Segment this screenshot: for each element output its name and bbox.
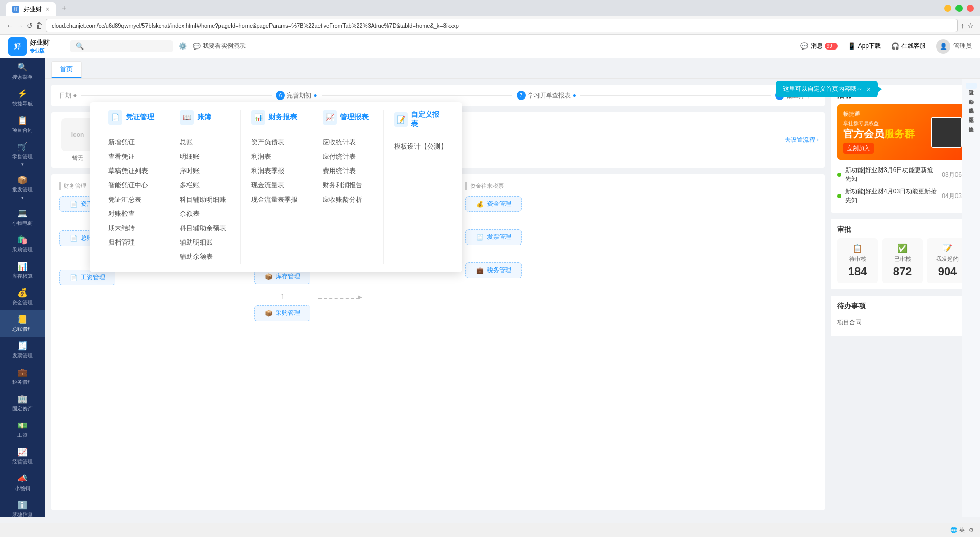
menu-draft-voucher[interactable]: 草稿凭证列表 xyxy=(108,164,159,178)
flow-tax-mgmt[interactable]: 💼 税务管理 xyxy=(465,262,522,278)
menu-period-close[interactable]: 期末结转 xyxy=(108,221,159,235)
app-name: 好业财 xyxy=(30,38,50,47)
custom-report-icon: 📝 xyxy=(394,112,408,127)
sidebar-item-basic-info[interactable]: ℹ️ 基础信息 xyxy=(0,496,45,517)
menu-section-custom-report: 📝 自定义报表 模板设计【公测】 xyxy=(384,110,455,264)
message-button[interactable]: 💬 消息 99+ xyxy=(800,42,838,51)
activity-item-2[interactable]: 新功能|好业财4月03日功能更新抢先知 04月03日 xyxy=(837,185,968,207)
sidebar-item-retail[interactable]: 🛒 零售管理 ▾ xyxy=(0,138,45,171)
approval-done[interactable]: ✅ 已审核 872 xyxy=(882,238,923,283)
sidebar-item-invoice[interactable]: 🧾 发票管理 xyxy=(0,337,45,363)
mine-icon: 📝 xyxy=(942,243,952,253)
address-bar[interactable]: cloud.chanjet.com/cc/u6d89qwnryel/57bfsk… xyxy=(46,19,958,32)
menu-cashflow[interactable]: 现金流量表 xyxy=(251,178,302,192)
menu-receivable-aging[interactable]: 应收账龄分析 xyxy=(323,192,373,207)
flow-capital-mgmt[interactable]: 💰 资金管理 xyxy=(465,196,522,212)
window-minimize-button[interactable] xyxy=(944,5,951,12)
todo-card: 待办事项 项目合同 xyxy=(831,296,974,336)
tab-close-icon[interactable]: × xyxy=(46,6,50,13)
menu-new-voucher[interactable]: 新增凭证 xyxy=(108,135,159,150)
flow-purchase[interactable]: 📦 采购管理 xyxy=(254,305,310,321)
menu-financial-profit[interactable]: 财务利润报告 xyxy=(323,178,373,192)
sidebar-item-purchase[interactable]: 🛍️ 采购管理 xyxy=(0,231,45,257)
sidebar-item-tax[interactable]: 💼 税务管理 xyxy=(0,363,45,390)
demo-link[interactable]: 💬 我要看实例演示 xyxy=(193,42,246,51)
approval-pending[interactable]: 📋 待审核 184 xyxy=(837,238,878,283)
sidebar-item-ecommerce[interactable]: 💻 小畅电商 xyxy=(0,204,45,231)
flow-invoice-mgmt[interactable]: 🧾 发票管理 xyxy=(465,229,522,245)
menu-sequence-ledger[interactable]: 序时账 xyxy=(180,164,230,178)
message-icon: 💬 xyxy=(800,42,808,50)
sidebar-item-operations[interactable]: 📈 经营管理 xyxy=(0,443,45,470)
menu-payable-stat[interactable]: 应付统计表 xyxy=(323,150,373,164)
total-account-icon: 📄 xyxy=(70,235,78,242)
menu-reconcile[interactable]: 对账检查 xyxy=(108,207,159,221)
sidebar-item-project-contract[interactable]: 📋 项目合同 xyxy=(0,111,45,138)
menu-view-voucher[interactable]: 查看凭证 xyxy=(108,150,159,164)
retail-icon: 🛒 xyxy=(17,142,28,152)
sidebar-item-search[interactable]: 🔍 搜索菜单 xyxy=(0,58,45,85)
sidebar-item-wholesale[interactable]: 📦 批发管理 ▾ xyxy=(0,171,45,204)
menu-balance-sheet[interactable]: 资产负债表 xyxy=(251,135,302,150)
menu-receivable-stat[interactable]: 应收统计表 xyxy=(323,135,373,150)
sidebar-item-inventory[interactable]: 📊 库存核算 xyxy=(0,257,45,284)
service-community-button[interactable]: 服务社区 xyxy=(966,110,977,116)
online-service-button[interactable]: 🎧 在线客服 xyxy=(891,42,926,51)
bookmark-button[interactable]: ↑ xyxy=(961,21,964,30)
customer-service-button[interactable]: 客服热线 xyxy=(966,101,977,107)
sidebar-item-salary[interactable]: 💵 工资 xyxy=(0,417,45,443)
menu-detail-ledger[interactable]: 明细账 xyxy=(180,150,230,164)
tooltip-close-button[interactable]: × xyxy=(867,85,871,93)
menu-smart-voucher[interactable]: 智能凭证中心 xyxy=(108,178,159,192)
menu-multi-column[interactable]: 多栏账 xyxy=(180,178,230,192)
forward-button[interactable]: → xyxy=(16,21,23,30)
user-avatar[interactable]: 👤 管理员 xyxy=(936,39,972,54)
menu-income-quarterly[interactable]: 利润表季报 xyxy=(251,164,302,178)
basic-info-icon: ℹ️ xyxy=(17,500,28,510)
star-button[interactable]: ☆ xyxy=(967,21,974,30)
menu-cashflow-quarterly[interactable]: 现金流量表季报 xyxy=(251,192,302,207)
back-button[interactable]: ← xyxy=(6,21,13,30)
todo-item-1[interactable]: 项目合同 xyxy=(837,315,968,330)
homepage-settings-button[interactable]: 首页设置 xyxy=(966,83,977,89)
menu-expense-stat[interactable]: 费用统计表 xyxy=(323,164,373,178)
menu-general-ledger[interactable]: 总账 xyxy=(180,135,230,150)
tab-home[interactable]: 首页 xyxy=(51,61,82,78)
capital-mgmt-icon: 💰 xyxy=(476,201,484,208)
app-logo: 好 好业财 专业版 xyxy=(8,37,50,56)
refresh-button[interactable]: ↺ xyxy=(27,21,33,30)
menu-balance-sheet-item[interactable]: 余额表 xyxy=(180,207,230,221)
sidebar-item-sales[interactable]: 📣 小畅销 xyxy=(0,470,45,496)
menu-subject-detail[interactable]: 科目辅助明细账 xyxy=(180,192,230,207)
header-search-box[interactable]: 🔍 xyxy=(70,40,173,52)
menu-subject-balance[interactable]: 科目辅助余额表 xyxy=(180,221,230,235)
right-panel: 活动 畅捷通 享社群专属权益 官方会员服务群 立刻加入 xyxy=(831,85,974,510)
menu-aux-detail[interactable]: 辅助明细账 xyxy=(180,235,230,250)
menu-income-stmt[interactable]: 利润表 xyxy=(251,150,302,164)
browser-tab[interactable]: 好 好业财 × xyxy=(6,2,56,16)
sidebar-item-fixed-assets[interactable]: 🏢 固定资产 xyxy=(0,390,45,417)
sidebar-item-quick-nav[interactable]: ⚡ 快捷导航 xyxy=(0,85,45,111)
menu-archive[interactable]: 归档管理 xyxy=(108,235,159,250)
inventory-icon: 📊 xyxy=(17,261,28,271)
sidebar-item-capital[interactable]: 💰 资金管理 xyxy=(0,284,45,310)
join-banner-button[interactable]: 立刻加入 xyxy=(843,143,874,154)
setup-flow-link[interactable]: 去设置流程 › xyxy=(785,136,819,144)
delete-button[interactable]: 🗑 xyxy=(36,21,43,30)
quick-nav-icon: ⚡ xyxy=(17,89,28,99)
general-ledger-icon: 📒 xyxy=(17,314,28,324)
settings-icon[interactable]: ⚙️ xyxy=(179,42,187,51)
help-center-button[interactable]: 帮助中心 xyxy=(966,92,977,98)
menu-aux-balance[interactable]: 辅助余额表 xyxy=(180,250,230,264)
ledger-section-icon: 📖 xyxy=(180,110,194,125)
menu-template-design[interactable]: 模板设计【公测】 xyxy=(394,139,445,154)
desktop-shortcut-button[interactable]: 桌面快捷 xyxy=(966,119,977,126)
activity-item-1[interactable]: 新功能|好业财3月6日功能更新抢先知 03月06日 xyxy=(837,164,968,185)
menu-voucher-summary[interactable]: 凭证汇总表 xyxy=(108,192,159,207)
activity-banner[interactable]: 畅捷通 享社群专属权益 官方会员服务群 立刻加入 xyxy=(837,104,968,160)
window-close-button[interactable] xyxy=(967,5,974,12)
window-maximize-button[interactable] xyxy=(955,5,963,12)
app-download-button[interactable]: 📱 App下载 xyxy=(848,42,881,51)
new-tab-button[interactable]: + xyxy=(59,4,69,13)
sidebar-item-general-ledger[interactable]: 📒 总账管理 xyxy=(0,310,45,337)
